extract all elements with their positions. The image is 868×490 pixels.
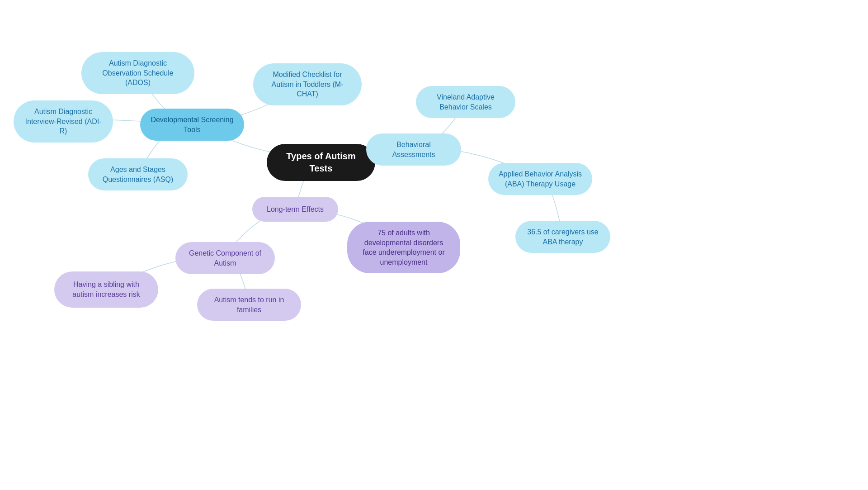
node-aba_percent: 36.5 of caregivers use ABA therapy (515, 221, 610, 253)
node-genetic: Genetic Component of Autism (175, 242, 275, 274)
node-behavioral: Behavioral Assessments (366, 133, 461, 166)
node-sibling: Having a sibling with autism increases r… (54, 271, 158, 308)
node-asq: Ages and Stages Questionnaires (ASQ) (88, 158, 188, 190)
node-center: Types of Autism Tests (267, 144, 375, 181)
node-vineland: Vineland Adaptive Behavior Scales (416, 86, 515, 118)
node-developmental_screening: Developmental Screening Tools (140, 109, 244, 141)
node-ados: Autism Diagnostic Observation Schedule (… (81, 52, 194, 94)
node-families: Autism tends to run in families (197, 289, 301, 321)
node-unemployment: 75 of adults with developmental disorder… (347, 222, 460, 273)
node-aba_usage: Applied Behavior Analysis (ABA) Therapy … (488, 163, 592, 195)
node-mchat: Modified Checklist for Autism in Toddler… (253, 63, 362, 105)
node-long_term: Long-term Effects (252, 197, 338, 222)
node-adir: Autism Diagnostic Interview-Revised (ADI… (14, 100, 113, 143)
